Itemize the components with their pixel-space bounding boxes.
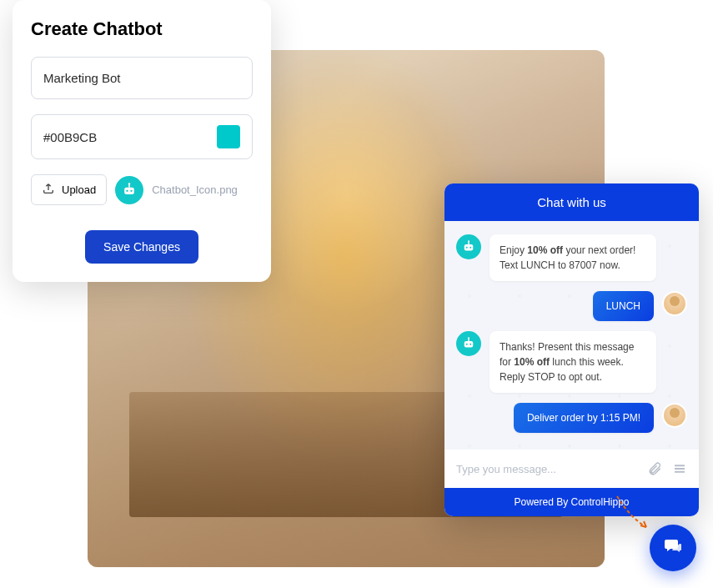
message-row: LUNCH <box>456 291 687 321</box>
svg-point-11 <box>466 344 468 345</box>
upload-icon <box>42 182 55 198</box>
attachment-icon[interactable] <box>647 461 662 476</box>
chat-body: Enjoy 10% off your next order! Text LUNC… <box>444 221 699 450</box>
upload-row: Upload Chatbot_Icon.png <box>31 174 253 205</box>
svg-point-1 <box>127 189 128 191</box>
svg-point-12 <box>469 344 471 345</box>
bot-message: Enjoy 10% off your next order! Text LUNC… <box>490 234 656 281</box>
color-hex-input[interactable] <box>43 130 217 144</box>
bot-avatar-icon <box>456 234 481 259</box>
svg-rect-13 <box>468 339 469 341</box>
svg-rect-0 <box>124 187 134 193</box>
svg-point-7 <box>469 247 471 249</box>
menu-icon[interactable] <box>672 461 687 476</box>
create-chatbot-panel: Create Chatbot Upload Chatbot_Icon.png S… <box>13 0 271 282</box>
svg-point-6 <box>466 247 468 249</box>
message-row: Enjoy 10% off your next order! Text LUNC… <box>456 234 687 281</box>
chat-message-input[interactable] <box>456 463 637 475</box>
bot-avatar-icon <box>456 331 481 356</box>
svg-point-2 <box>131 189 133 191</box>
message-row: Deliver order by 1:15 PM! <box>456 403 687 433</box>
user-message: LUNCH <box>593 291 654 321</box>
chat-header: Chat with us <box>444 183 699 221</box>
uploaded-filename: Chatbot_Icon.png <box>152 183 238 196</box>
svg-point-4 <box>128 183 131 185</box>
upload-button[interactable]: Upload <box>31 174 107 205</box>
chat-bubble-icon <box>663 536 683 560</box>
user-message: Deliver order by 1:15 PM! <box>514 403 654 433</box>
pointer-arrow-icon <box>613 492 655 534</box>
bot-message: Thanks! Present this message for 10% off… <box>490 331 656 393</box>
svg-rect-5 <box>464 244 474 251</box>
svg-point-9 <box>468 240 469 242</box>
chat-input-row <box>444 450 699 488</box>
svg-rect-10 <box>464 341 474 348</box>
svg-point-14 <box>468 337 469 339</box>
upload-label: Upload <box>62 183 96 196</box>
message-row: Thanks! Present this message for 10% off… <box>456 331 687 393</box>
chat-launcher-button[interactable] <box>650 525 696 571</box>
user-avatar-icon <box>662 403 687 428</box>
chat-widget: Chat with us Enjoy 10% off your next ord… <box>444 183 699 516</box>
user-avatar-icon <box>662 291 687 316</box>
svg-rect-8 <box>468 242 469 244</box>
color-input-row[interactable] <box>31 114 253 159</box>
chatbot-name-input[interactable] <box>31 57 253 99</box>
bot-icon-preview <box>115 176 143 204</box>
color-swatch[interactable] <box>217 125 240 148</box>
chat-footer: Powered By ControlHippo <box>444 488 699 516</box>
panel-title: Create Chatbot <box>31 18 253 40</box>
svg-rect-3 <box>128 184 130 187</box>
save-button[interactable]: Save Changes <box>85 230 198 264</box>
